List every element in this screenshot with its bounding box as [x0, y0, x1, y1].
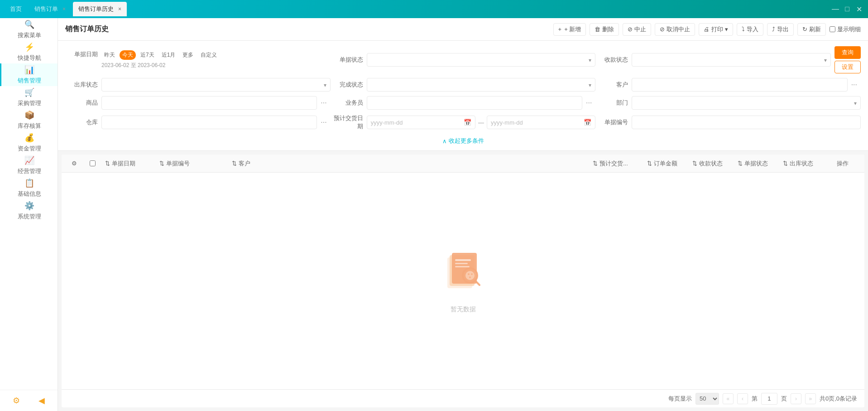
out-status-label: 出库状态: [65, 81, 101, 89]
last-page-btn[interactable]: »: [805, 393, 816, 404]
content-area: 销售订单历史 + + 新增 🗑 删除 ⊘ 中止 ⊘ 取消中止: [58, 18, 868, 411]
export-btn[interactable]: ⤴ 导出: [767, 23, 794, 36]
quick-nav-icon: ⚡: [24, 42, 34, 52]
minimize-btn[interactable]: —: [831, 5, 840, 14]
tab-home[interactable]: 首页: [5, 2, 27, 16]
finance-icon: 💰: [24, 133, 34, 143]
sidebar-item-base-info[interactable]: 📋 基础信息: [0, 177, 58, 199]
sales-person-ellipsis[interactable]: ···: [582, 99, 595, 107]
sort-pay-status-icon[interactable]: ⇅: [692, 160, 697, 167]
sidebar-item-sales[interactable]: 📊 销售管理: [0, 63, 58, 86]
delivery-date-from[interactable]: yyyy-mm-dd 📅: [367, 116, 475, 129]
page-input[interactable]: [761, 393, 777, 405]
purchase-icon: 🛒: [24, 87, 34, 97]
stop-btn[interactable]: ⊘ 中止: [623, 23, 651, 36]
sidebar-item-inventory[interactable]: 📦 库存核算: [0, 109, 58, 131]
maximize-btn[interactable]: □: [843, 5, 852, 14]
select-all-checkbox[interactable]: [90, 160, 96, 166]
goods-ellipsis[interactable]: ···: [317, 99, 330, 107]
date-1month[interactable]: 近1月: [159, 50, 178, 60]
date-to-icon[interactable]: 📅: [584, 119, 591, 126]
pay-status-select[interactable]: [632, 53, 831, 67]
tab-sales-order[interactable]: 销售订单 ×: [29, 2, 71, 16]
page-size-select[interactable]: 10 20 50 100: [695, 393, 719, 405]
warehouse-ellipsis[interactable]: ···: [317, 118, 330, 126]
sidebar-item-purchase[interactable]: 🛒 采购管理: [0, 86, 58, 109]
sidebar-collapse-btn[interactable]: ◀: [37, 394, 47, 407]
refresh-btn[interactable]: ↻ 刷新: [797, 23, 826, 36]
print-icon: 🖨: [704, 26, 710, 33]
svg-point-10: [471, 273, 473, 275]
tab-sales-order-history-label: 销售订单历史: [78, 5, 114, 13]
sidebar-item-finance[interactable]: 💰 资金管理: [0, 131, 58, 154]
svg-rect-3: [455, 259, 471, 261]
date-7days[interactable]: 近7天: [138, 50, 157, 60]
print-btn[interactable]: 🖨 打印 ▾: [699, 23, 733, 36]
import-btn[interactable]: ⤵ 导入: [737, 23, 763, 36]
tab-sales-order-history[interactable]: 销售订单历史 ×: [73, 2, 127, 16]
close-btn[interactable]: ✕: [854, 5, 863, 14]
first-page-btn[interactable]: «: [723, 393, 734, 404]
sort-amount-icon[interactable]: ⇅: [647, 160, 652, 167]
page-prefix: 第: [752, 395, 758, 403]
sidebar-item-sales-label: 销售管理: [18, 77, 41, 85]
delete-icon: 🗑: [595, 26, 600, 33]
display-detail-checkbox[interactable]: [830, 26, 835, 32]
tab-sales-order-label: 销售订单: [34, 5, 58, 13]
date-today[interactable]: 今天: [120, 50, 136, 60]
settings-btn[interactable]: 设置: [834, 61, 861, 73]
th-settings[interactable]: ⚙: [65, 160, 83, 167]
customer-ellipsis[interactable]: ···: [848, 81, 861, 89]
warehouse-input[interactable]: [101, 116, 317, 129]
th-checkbox[interactable]: [83, 160, 101, 166]
sidebar-item-operations[interactable]: 📈 经营管理: [0, 154, 58, 177]
collapse-bar[interactable]: ∧ 收起更多条件: [65, 135, 861, 145]
sidebar-item-quick-nav[interactable]: ⚡ 快捷导航: [0, 41, 58, 63]
delivery-date-to[interactable]: yyyy-mm-dd 📅: [487, 116, 595, 129]
sidebar-item-purchase-label: 采购管理: [18, 99, 41, 107]
dept-select[interactable]: [632, 96, 861, 110]
customer-input[interactable]: [632, 78, 847, 92]
filter-row-3: 商品 ··· 业务员 ··· 部门: [65, 96, 861, 110]
sort-doc-status-icon[interactable]: ⇅: [738, 160, 743, 167]
th-out-status: ⇅ 出库状态: [779, 160, 825, 168]
doc-num-input[interactable]: [632, 116, 861, 129]
display-detail-label: 显示明细: [830, 25, 861, 34]
next-page-btn[interactable]: ›: [791, 393, 801, 404]
new-btn[interactable]: + + 新增: [553, 23, 586, 36]
sort-out-status-icon[interactable]: ⇅: [783, 160, 788, 167]
sort-customer-icon[interactable]: ⇅: [232, 160, 237, 167]
date-custom[interactable]: 自定义: [198, 50, 220, 60]
date-yesterday[interactable]: 昨天: [101, 50, 118, 60]
sort-doc-date-icon[interactable]: ⇅: [105, 160, 110, 167]
sort-delivery-icon[interactable]: ⇅: [593, 160, 598, 167]
date-range: 2023-06-02 至 2023-06-02: [101, 62, 223, 69]
filter-area: 单据日期 昨天 今天 近7天 近1月 更多 自定义 2023-06-02 至 2…: [58, 41, 868, 151]
sidebar-item-system[interactable]: ⚙️ 系统管理: [0, 199, 58, 222]
sidebar-item-search-menu-label: 搜索菜单: [18, 31, 41, 39]
sort-doc-num-icon[interactable]: ⇅: [159, 160, 164, 167]
delete-btn[interactable]: 🗑 删除: [590, 23, 619, 36]
query-btn[interactable]: 查询: [834, 46, 861, 59]
tab-sales-order-close[interactable]: ×: [62, 6, 66, 12]
complete-status-select[interactable]: [367, 78, 596, 92]
sales-icon: 📊: [24, 65, 34, 75]
page-size-label: 每页显示: [668, 395, 692, 403]
svg-point-7: [465, 271, 475, 280]
cancel-stop-btn[interactable]: ⊘ 取消中止: [655, 23, 695, 36]
out-status-select[interactable]: [101, 78, 331, 92]
sidebar-settings-btn[interactable]: ⚙: [11, 394, 22, 407]
prev-page-btn[interactable]: ‹: [737, 393, 748, 404]
tab-sales-order-history-close[interactable]: ×: [118, 6, 121, 12]
sales-person-input[interactable]: [367, 96, 582, 110]
doc-status-select[interactable]: [367, 53, 596, 67]
sidebar-item-search-menu[interactable]: 🔍 搜索菜单: [0, 18, 58, 41]
goods-input[interactable]: [101, 96, 317, 110]
date-from-icon[interactable]: 📅: [464, 119, 471, 126]
date-more[interactable]: 更多: [180, 50, 196, 60]
top-bar: 首页 销售订单 × 销售订单历史 × — □ ✕: [0, 0, 868, 18]
page-suffix: 页: [781, 395, 787, 403]
page-header: 销售订单历史 + + 新增 🗑 删除 ⊘ 中止 ⊘ 取消中止: [58, 18, 868, 41]
th-doc-num: ⇅ 单据编号: [156, 160, 228, 168]
table-settings-icon[interactable]: ⚙: [72, 160, 77, 167]
